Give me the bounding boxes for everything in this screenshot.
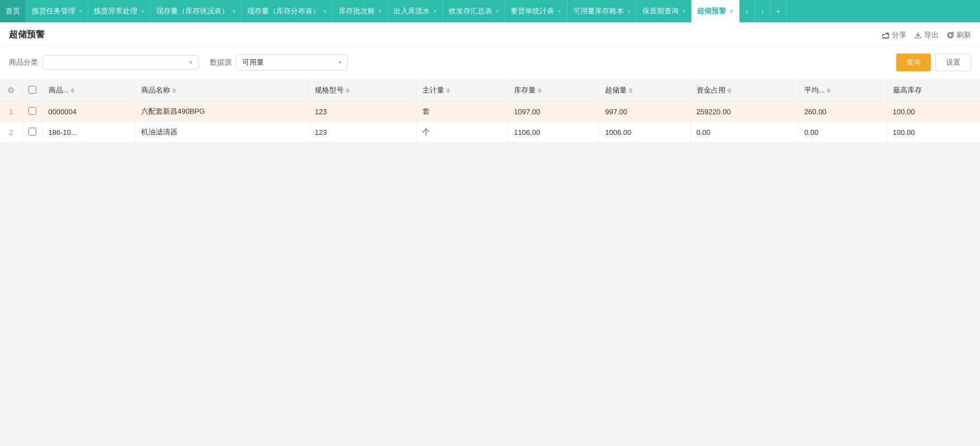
th-checkbox xyxy=(22,80,42,101)
avg-1: 260.00 xyxy=(799,101,887,122)
refresh-icon xyxy=(947,31,954,39)
th-product-name: 商品名称 xyxy=(135,80,309,101)
stock-1: 1097.00 xyxy=(508,101,599,122)
nav-item-order-stats[interactable]: 要货单统计表 × xyxy=(505,0,567,22)
data-table: ⚙ 商品... xyxy=(0,80,980,143)
table-wrapper: ⚙ 商品... xyxy=(0,80,980,143)
chevron-down-icon: ▾ xyxy=(189,59,193,66)
share-button[interactable]: 分享 xyxy=(882,30,906,40)
product-code-2: 186-10... xyxy=(42,122,135,143)
nav-item-exception[interactable]: 拣货异常处理 × xyxy=(88,0,150,22)
sort-icon[interactable] xyxy=(628,88,633,93)
unit-2: 个 xyxy=(417,122,508,143)
select-all-checkbox[interactable] xyxy=(28,86,36,94)
th-stock: 库存量 xyxy=(508,80,599,101)
th-capital: 资金占用 xyxy=(690,80,798,101)
datasource-filter-group: 数据源 可用量 ▾ xyxy=(210,54,348,71)
nav-item-stock-dist[interactable]: 现存量（库存分布表） × xyxy=(242,0,333,22)
sort-icon[interactable] xyxy=(446,88,450,93)
close-icon[interactable]: × xyxy=(433,8,436,14)
share-icon xyxy=(882,31,890,39)
setting-button[interactable]: 设置 xyxy=(935,54,971,71)
sort-icon[interactable] xyxy=(827,88,831,93)
page-container: 超储预警 分享 导出 刷新 xyxy=(0,22,980,143)
sort-icon[interactable] xyxy=(345,88,350,93)
th-product-code: 商品... xyxy=(42,80,135,101)
th-avg: 平均... xyxy=(799,80,887,101)
th-unit: 主计量 xyxy=(417,80,508,101)
th-overflow: 超储量 xyxy=(599,80,690,101)
table-header-row: ⚙ 商品... xyxy=(0,80,980,101)
nav-item-stock-status[interactable]: 现存量（库存状况表） × xyxy=(151,0,242,22)
row-num-2: 2 xyxy=(0,122,22,143)
nav-item-flow[interactable]: 出入库流水 × xyxy=(388,0,443,22)
overflow-2: 1006.00 xyxy=(599,122,690,143)
max-stock-1: 100.00 xyxy=(887,101,980,122)
nav-item-usable[interactable]: 可用量库存账本 × xyxy=(568,0,637,22)
checkbox-cell-2 xyxy=(22,122,42,143)
close-icon[interactable]: × xyxy=(323,8,326,14)
export-button[interactable]: 导出 xyxy=(914,30,939,40)
sort-icon[interactable] xyxy=(172,88,176,93)
capital-2: 0.00 xyxy=(690,122,798,143)
product-name-1: 六配套新昌490BPG xyxy=(135,101,309,122)
close-icon[interactable]: × xyxy=(729,8,733,14)
datasource-label: 数据源 xyxy=(210,57,232,67)
page-header: 超储预警 分享 导出 刷新 xyxy=(0,22,980,46)
datasource-select[interactable]: 可用量 ▾ xyxy=(236,54,348,71)
nav-bar: 首页 拣货任务管理 × 拣货异常处理 × 现存量（库存状况表） × 现存量（库存… xyxy=(0,0,980,22)
avg-2: 0.00 xyxy=(799,122,887,143)
nav-item-task[interactable]: 拣货任务管理 × xyxy=(26,0,88,22)
sort-icon[interactable] xyxy=(70,88,75,93)
nav-next-arrow[interactable]: › xyxy=(755,0,771,22)
sort-icon[interactable] xyxy=(727,88,732,93)
stock-2: 1106.00 xyxy=(508,122,599,143)
table-row: 2 186-10... 机油滤清器 123 个 1106.00 1006.00 … xyxy=(0,122,980,143)
max-stock-2: 100.00 xyxy=(887,122,980,143)
spec-2: 123 xyxy=(309,122,417,143)
table-row: 1 0000004 六配套新昌490BPG 123 套 1097.00 997.… xyxy=(0,101,980,122)
category-filter-group: 商品分类 ▾ xyxy=(9,55,199,70)
close-icon[interactable]: × xyxy=(682,8,685,14)
unit-1: 套 xyxy=(417,101,508,122)
nav-item-batch[interactable]: 库存批次账 × xyxy=(333,0,388,22)
nav-item-home[interactable]: 首页 xyxy=(0,0,26,22)
query-button[interactable]: 查询 xyxy=(896,54,931,71)
filter-actions: 查询 设置 xyxy=(896,54,971,71)
row-checkbox-2[interactable] xyxy=(28,128,36,135)
export-icon xyxy=(914,31,922,39)
th-max-stock: 最高库存 xyxy=(887,80,980,101)
nav-item-quality[interactable]: 保质期查询 × xyxy=(637,0,691,22)
header-actions: 分享 导出 刷新 xyxy=(882,30,971,40)
category-label: 商品分类 xyxy=(9,57,38,67)
refresh-button[interactable]: 刷新 xyxy=(947,30,971,40)
nav-item-overflow[interactable]: 超储预警 × xyxy=(691,0,739,22)
close-icon[interactable]: × xyxy=(232,8,236,14)
th-gear: ⚙ xyxy=(0,80,22,101)
row-num-1: 1 xyxy=(0,101,22,122)
chevron-down-icon: ▾ xyxy=(338,59,342,66)
product-code-1: 0000004 xyxy=(42,101,135,122)
close-icon[interactable]: × xyxy=(79,8,82,14)
product-name-2: 机油滤清器 xyxy=(135,122,309,143)
checkbox-cell-1 xyxy=(22,101,42,122)
close-icon[interactable]: × xyxy=(378,8,382,14)
gear-icon[interactable]: ⚙ xyxy=(7,85,15,95)
sort-icon[interactable] xyxy=(537,88,542,93)
nav-prev-arrow[interactable]: ‹ xyxy=(739,0,755,22)
overflow-1: 997.00 xyxy=(599,101,690,122)
page-title: 超储预警 xyxy=(9,29,45,41)
filter-row: 商品分类 ▾ 数据源 可用量 ▾ 查询 设置 xyxy=(0,46,980,80)
close-icon[interactable]: × xyxy=(558,8,561,14)
th-spec: 规格型号 xyxy=(309,80,417,101)
category-select[interactable]: ▾ xyxy=(42,55,199,70)
nav-expand-arrow[interactable]: + xyxy=(771,0,786,22)
spec-1: 123 xyxy=(309,101,417,122)
capital-1: 259220.00 xyxy=(690,101,798,122)
close-icon[interactable]: × xyxy=(496,8,499,14)
row-checkbox-1[interactable] xyxy=(28,107,36,115)
close-icon[interactable]: × xyxy=(627,8,631,14)
nav-item-summary[interactable]: 收发存汇总表 × xyxy=(443,0,505,22)
datasource-select-value: 可用量 xyxy=(242,57,264,67)
close-icon[interactable]: × xyxy=(141,8,144,14)
